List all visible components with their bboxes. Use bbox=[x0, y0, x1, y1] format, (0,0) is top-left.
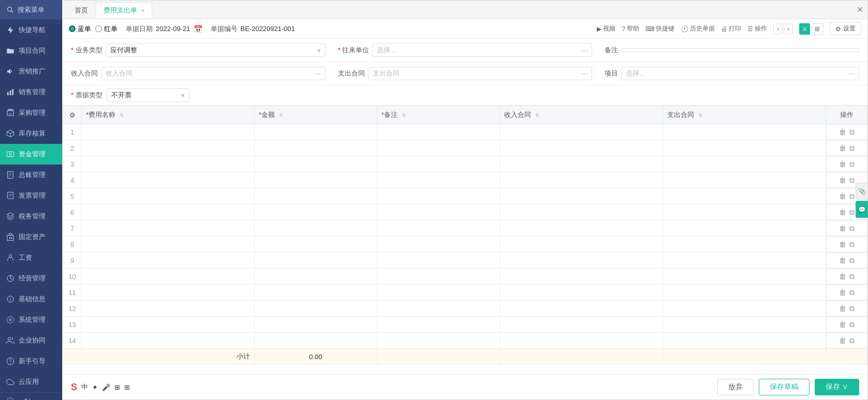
cell-expense-name[interactable] bbox=[82, 188, 255, 204]
sidebar-item-invoice-mgmt[interactable]: 发票管理 bbox=[0, 185, 62, 206]
cell-expense-name[interactable] bbox=[82, 285, 255, 301]
cell-expense-name[interactable] bbox=[82, 333, 255, 349]
action-history[interactable]: 🕐 历史单据 bbox=[681, 24, 715, 33]
sidebar-item-fixed-assets[interactable]: 固定资产 bbox=[0, 227, 62, 247]
cell-note[interactable] bbox=[377, 124, 499, 140]
cell-note[interactable] bbox=[377, 188, 499, 204]
col-gear[interactable]: ⚙ bbox=[63, 106, 82, 124]
cell-expense-contract[interactable] bbox=[663, 333, 826, 349]
cell-expense-contract[interactable] bbox=[663, 140, 826, 156]
settings-bottom-icon[interactable] bbox=[6, 397, 14, 400]
delete-icon[interactable]: 🗑 bbox=[839, 192, 846, 200]
cell-note[interactable] bbox=[377, 220, 499, 236]
cell-note[interactable] bbox=[377, 253, 499, 269]
sidebar-item-fund-mgmt[interactable]: 资金管理 bbox=[0, 144, 62, 165]
cell-note[interactable] bbox=[377, 140, 499, 156]
delete-icon[interactable]: 🗑 bbox=[839, 272, 846, 280]
cell-expense-contract[interactable] bbox=[663, 188, 826, 204]
cell-amount[interactable] bbox=[254, 236, 377, 253]
cell-income-contract[interactable] bbox=[499, 220, 663, 236]
action-operate[interactable]: ☰ 操作 bbox=[747, 24, 767, 33]
cell-expense-contract[interactable] bbox=[663, 236, 826, 253]
delete-icon[interactable]: 🗑 bbox=[839, 128, 846, 136]
delete-icon[interactable]: 🗑 bbox=[839, 144, 846, 152]
sidebar-item-inventory[interactable]: 库存核算 bbox=[0, 123, 62, 144]
tab-home[interactable]: 首页 bbox=[67, 2, 96, 18]
cell-amount[interactable] bbox=[254, 333, 377, 349]
copy-icon[interactable]: ⧉ bbox=[849, 320, 855, 329]
save-button[interactable]: 保存 ∨ bbox=[815, 379, 859, 395]
cell-amount[interactable] bbox=[254, 140, 377, 156]
cell-income-contract[interactable] bbox=[499, 253, 663, 269]
cell-expense-name[interactable] bbox=[82, 172, 255, 188]
delete-icon[interactable]: 🗑 bbox=[839, 240, 846, 248]
sidebar-search[interactable]: 搜索菜单 bbox=[0, 0, 62, 20]
col-amount[interactable]: *金额 ⇅ bbox=[254, 106, 377, 124]
radio-red[interactable]: 红单 bbox=[95, 24, 117, 34]
sidebar-item-base-info[interactable]: 基础信息 bbox=[0, 289, 62, 309]
cell-note[interactable] bbox=[377, 333, 499, 349]
copy-icon[interactable]: ⧉ bbox=[849, 208, 855, 217]
col-income-contract[interactable]: 收入合同 ⇅ bbox=[499, 106, 663, 124]
nav-prev-button[interactable]: ‹ bbox=[773, 24, 783, 34]
cell-expense-contract[interactable] bbox=[663, 220, 826, 236]
cell-income-contract[interactable] bbox=[499, 317, 663, 333]
income-dots[interactable]: ··· bbox=[315, 69, 321, 78]
cell-amount[interactable] bbox=[254, 156, 377, 172]
copy-icon[interactable]: ⧉ bbox=[849, 272, 855, 281]
copy-icon[interactable]: ⧉ bbox=[849, 144, 855, 153]
cell-amount[interactable] bbox=[254, 172, 377, 188]
tab-close-icon[interactable]: × bbox=[141, 7, 144, 13]
cell-expense-contract[interactable] bbox=[663, 317, 826, 333]
cell-note[interactable] bbox=[377, 204, 499, 220]
sidebar-item-quick-nav[interactable]: 快捷导航 bbox=[0, 20, 62, 40]
cell-expense-contract[interactable] bbox=[663, 269, 826, 285]
col-expense-name[interactable]: *费用名称 ⇅ bbox=[82, 106, 255, 124]
action-help[interactable]: ? 帮助 bbox=[622, 24, 639, 33]
copy-icon[interactable]: ⧉ bbox=[849, 224, 855, 233]
view-grid-button[interactable]: ⊞ bbox=[811, 23, 823, 35]
attachment-tab[interactable]: 📎 bbox=[856, 183, 868, 200]
col-note[interactable]: *备注 ⇅ bbox=[377, 106, 499, 124]
save-draft-button[interactable]: 保存草稿 bbox=[759, 379, 810, 395]
cell-income-contract[interactable] bbox=[499, 172, 663, 188]
cell-expense-name[interactable] bbox=[82, 140, 255, 156]
sidebar-item-project-contract[interactable]: 项目合同 bbox=[0, 40, 62, 61]
delete-icon[interactable]: 🗑 bbox=[839, 288, 846, 297]
cell-note[interactable] bbox=[377, 156, 499, 172]
radio-blue-input[interactable] bbox=[69, 25, 76, 32]
cell-expense-name[interactable] bbox=[82, 124, 255, 140]
delete-icon[interactable]: 🗑 bbox=[839, 208, 846, 216]
cell-expense-name[interactable] bbox=[82, 236, 255, 253]
delete-icon[interactable]: 🗑 bbox=[839, 224, 846, 232]
nav-next-button[interactable]: › bbox=[784, 24, 793, 34]
gear-column-icon[interactable]: ⚙ bbox=[69, 111, 76, 119]
sidebar-item-marketing[interactable]: 营销推广 bbox=[0, 61, 62, 82]
delete-icon[interactable]: 🗑 bbox=[839, 256, 846, 264]
action-video[interactable]: ▶ 视频 bbox=[597, 24, 615, 33]
sidebar-item-payroll[interactable]: 工资 bbox=[0, 247, 62, 268]
cell-amount[interactable] bbox=[254, 269, 377, 285]
sidebar-item-accounting[interactable]: 总账管理 bbox=[0, 165, 62, 185]
cell-income-contract[interactable] bbox=[499, 285, 663, 301]
cell-expense-name[interactable] bbox=[82, 204, 255, 220]
chat-tab[interactable]: 💬 bbox=[856, 201, 868, 218]
cell-expense-contract[interactable] bbox=[663, 124, 826, 140]
sidebar-item-enterprise[interactable]: 企业协同 bbox=[0, 330, 62, 351]
cell-expense-name[interactable] bbox=[82, 301, 255, 317]
business-type-select[interactable]: 应付调整 ▾ bbox=[106, 43, 326, 57]
col-expense-contract[interactable]: 支出合同 ⇅ bbox=[663, 106, 826, 124]
copy-icon[interactable]: ⧉ bbox=[849, 336, 855, 345]
cell-amount[interactable] bbox=[254, 220, 377, 236]
copy-icon[interactable]: ⧉ bbox=[849, 192, 855, 201]
delete-icon[interactable]: 🗑 bbox=[839, 320, 846, 329]
copy-icon[interactable]: ⧉ bbox=[849, 128, 855, 137]
cell-expense-name[interactable] bbox=[82, 317, 255, 333]
cell-expense-name[interactable] bbox=[82, 156, 255, 172]
cell-income-contract[interactable] bbox=[499, 204, 663, 220]
cell-income-contract[interactable] bbox=[499, 269, 663, 285]
sidebar-item-sales-mgmt[interactable]: 销售管理 bbox=[0, 82, 62, 102]
cell-expense-name[interactable] bbox=[82, 253, 255, 269]
copy-icon[interactable]: ⧉ bbox=[849, 288, 855, 297]
copy-icon[interactable]: ⧉ bbox=[849, 256, 855, 265]
